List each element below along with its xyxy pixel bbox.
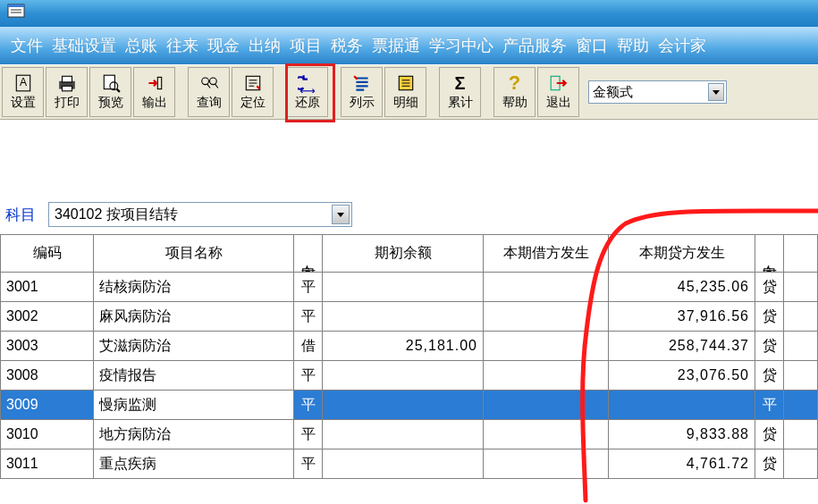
code-cell[interactable]: 3003 — [1, 332, 94, 361]
col-name[interactable]: 项目名称 — [94, 235, 294, 273]
table-row[interactable]: 3011重点疾病平4,761.72贷 — [1, 449, 818, 479]
code-cell[interactable]: 3001 — [1, 273, 94, 302]
menu-basic[interactable]: 基础设置 — [52, 35, 116, 56]
tb-exit-label: 退出 — [546, 95, 571, 111]
open-cell[interactable] — [323, 302, 484, 332]
open-cell[interactable] — [323, 449, 484, 479]
subject-dropdown[interactable]: 340102 按项目结转 — [48, 202, 352, 227]
exit-icon — [549, 73, 569, 93]
menu-help[interactable]: 帮助 — [617, 35, 649, 56]
menu-acchome[interactable]: 会计家 — [658, 35, 706, 56]
tb-preview[interactable]: 预览 — [89, 67, 131, 117]
table-row[interactable]: 3009慢病监测平平 — [1, 391, 818, 420]
credit-cell[interactable]: 45,235.06 — [609, 273, 755, 302]
dir-cell[interactable]: 平 — [294, 302, 323, 332]
open-cell[interactable] — [323, 273, 484, 302]
credit-cell[interactable]: 258,744.37 — [609, 332, 755, 361]
col-credit[interactable]: 本期贷方发生 — [609, 235, 755, 273]
debit-cell[interactable] — [484, 273, 609, 302]
name-cell[interactable]: 疫情报告 — [94, 361, 294, 391]
dir2-cell[interactable]: 贷 — [755, 449, 784, 479]
menu-cash[interactable]: 现金 — [207, 35, 240, 56]
dir-cell[interactable]: 借 — [294, 332, 323, 361]
tb-print[interactable]: 打印 — [46, 67, 88, 117]
code-cell[interactable]: 3009 — [1, 391, 94, 420]
menu-arap[interactable]: 往来 — [166, 35, 198, 56]
debit-cell[interactable] — [484, 420, 609, 449]
credit-cell[interactable]: 23,076.50 — [609, 361, 755, 391]
col-dir2[interactable]: 方向 — [755, 235, 784, 273]
credit-cell[interactable] — [609, 391, 755, 420]
extra-cell — [784, 302, 818, 332]
tb-list[interactable]: 列示 — [341, 67, 383, 117]
col-dir1[interactable]: 方向 — [294, 235, 323, 273]
extra-cell — [784, 361, 818, 391]
open-cell[interactable]: 25,181.00 — [323, 332, 484, 361]
menu-file[interactable]: 文件 — [11, 35, 43, 56]
table-header-row: 编码 项目名称 方向 期初余额 本期借方发生 本期贷方发生 方向 — [1, 235, 818, 273]
tb-sum[interactable]: Σ 累计 — [439, 67, 481, 117]
menu-bills[interactable]: 票据通 — [372, 35, 420, 56]
tb-settings[interactable]: A 设置 — [2, 67, 44, 117]
dir-cell[interactable]: 平 — [294, 449, 323, 479]
code-cell[interactable]: 3002 — [1, 302, 94, 332]
col-code[interactable]: 编码 — [1, 235, 94, 273]
dir-cell[interactable]: 平 — [294, 273, 323, 302]
tb-restore[interactable]: 还原 — [286, 67, 328, 117]
dir2-cell[interactable]: 贷 — [755, 273, 784, 302]
menu-tax[interactable]: 税务 — [331, 35, 363, 56]
table-row[interactable]: 3010地方病防治平9,833.88贷 — [1, 420, 818, 449]
col-open[interactable]: 期初余额 — [323, 235, 484, 273]
menu-window[interactable]: 窗口 — [576, 35, 608, 56]
debit-cell[interactable] — [484, 449, 609, 479]
dir2-cell[interactable]: 贷 — [755, 420, 784, 449]
menu-treasury[interactable]: 出纳 — [249, 35, 281, 56]
name-cell[interactable]: 地方病防治 — [94, 420, 294, 449]
debit-cell[interactable] — [484, 391, 609, 420]
col-extra[interactable] — [784, 235, 818, 273]
dir2-cell[interactable]: 贷 — [755, 361, 784, 391]
tb-locate[interactable]: 定位 — [232, 67, 274, 117]
tb-export-label: 输出 — [142, 95, 167, 111]
code-cell[interactable]: 3008 — [1, 361, 94, 391]
open-cell[interactable] — [323, 391, 484, 420]
table-row[interactable]: 3008疫情报告平23,076.50贷 — [1, 361, 818, 391]
debit-cell[interactable] — [484, 332, 609, 361]
menu-products[interactable]: 产品服务 — [502, 35, 567, 56]
svg-line-11 — [116, 89, 119, 92]
credit-cell[interactable]: 37,916.56 — [609, 302, 755, 332]
table-row[interactable]: 3002麻风病防治平37,916.56贷 — [1, 302, 818, 332]
open-cell[interactable] — [323, 420, 484, 449]
debit-cell[interactable] — [484, 361, 609, 391]
name-cell[interactable]: 艾滋病防治 — [94, 332, 294, 361]
tb-search[interactable]: 查询 — [188, 67, 230, 117]
dir-cell[interactable]: 平 — [294, 361, 323, 391]
name-cell[interactable]: 麻风病防治 — [94, 302, 294, 332]
menu-ledger[interactable]: 总账 — [125, 35, 157, 56]
code-cell[interactable]: 3010 — [1, 420, 94, 449]
name-cell[interactable]: 结核病防治 — [94, 273, 294, 302]
tb-exit[interactable]: 退出 — [537, 67, 579, 117]
tb-help[interactable]: ? 帮助 — [493, 67, 535, 117]
dir2-cell[interactable]: 贷 — [755, 332, 784, 361]
view-mode-dropdown[interactable]: 金额式 — [588, 80, 727, 104]
tb-detail[interactable]: 明细 — [384, 67, 426, 117]
dir2-cell[interactable]: 贷 — [755, 302, 784, 332]
name-cell[interactable]: 慢病监测 — [94, 391, 294, 420]
name-cell[interactable]: 重点疾病 — [94, 449, 294, 479]
col-debit[interactable]: 本期借方发生 — [484, 235, 609, 273]
credit-cell[interactable]: 9,833.88 — [609, 420, 755, 449]
debit-cell[interactable] — [484, 302, 609, 332]
dir-cell[interactable]: 平 — [294, 420, 323, 449]
tb-export[interactable]: 输出 — [133, 67, 175, 117]
table-row[interactable]: 3003艾滋病防治借25,181.00258,744.37贷 — [1, 332, 818, 361]
dir2-cell[interactable]: 平 — [755, 391, 784, 420]
table-row[interactable]: 3001结核病防治平45,235.06贷 — [1, 273, 818, 302]
extra-cell — [784, 273, 818, 302]
open-cell[interactable] — [323, 361, 484, 391]
code-cell[interactable]: 3011 — [1, 449, 94, 479]
dir-cell[interactable]: 平 — [294, 391, 323, 420]
menu-learn[interactable]: 学习中心 — [429, 35, 493, 56]
menu-project[interactable]: 项目 — [290, 35, 322, 56]
credit-cell[interactable]: 4,761.72 — [609, 449, 755, 479]
